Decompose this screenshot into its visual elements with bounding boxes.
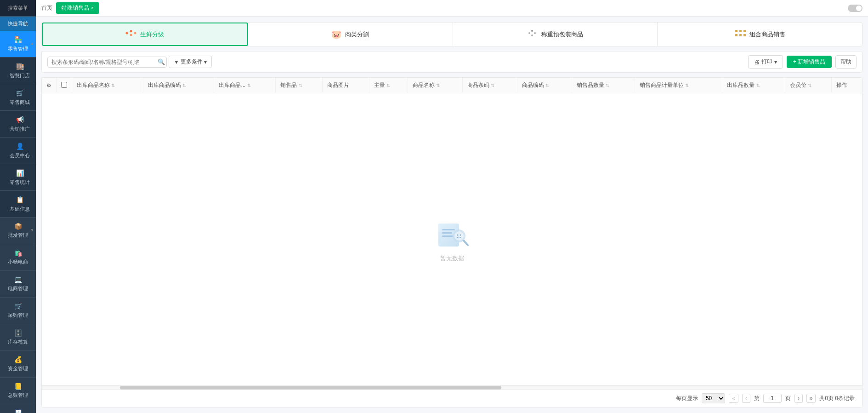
sidebar-item-mini-ecom[interactable]: 🛍️ 小畅电商 xyxy=(0,244,36,271)
th-member-price[interactable]: 会员价 ⇅ xyxy=(785,78,832,93)
th-sales-item-label: 销售品 xyxy=(280,82,297,88)
retail-mall-label: 零售商城 xyxy=(10,99,30,106)
th-goods-code[interactable]: 商品编码 ⇅ xyxy=(517,78,572,93)
wholesale-arrow: ▼ xyxy=(30,228,34,233)
cat-tab-weigh-pack[interactable]: 称重预包装商品 xyxy=(453,23,658,46)
horizontal-scrollbar[interactable] xyxy=(42,385,862,389)
th-main-qty[interactable]: 主量 ⇅ xyxy=(369,78,408,93)
inventory-label: 库存核算 xyxy=(8,338,28,345)
th-out-code[interactable]: 出库商品编码 ⇅ xyxy=(143,78,214,93)
th-sales-item[interactable]: 销售品 ⇅ xyxy=(276,78,322,93)
sidebar-item-inventory[interactable]: 🗄️ 库存核算 xyxy=(0,324,36,351)
sort-main-qty: ⇅ xyxy=(386,83,390,88)
cat-tab-combo[interactable]: 组合商品销售 xyxy=(658,23,862,46)
sidebar-item-invoice[interactable]: 🧾 发票管理 xyxy=(0,404,36,413)
ecom-mgmt-icon: 💻 xyxy=(14,275,22,285)
pagination: 每页显示 50 10 20 100 « ‹ 第 页 › xyxy=(42,389,862,407)
scrollbar-thumb[interactable] xyxy=(120,386,501,390)
invoice-icon: 🧾 xyxy=(14,409,22,413)
search-input[interactable] xyxy=(47,57,167,68)
close-tab-icon[interactable]: × xyxy=(91,6,94,11)
empty-icon xyxy=(434,217,471,249)
th-goods-name[interactable]: 商品名称 ⇅ xyxy=(408,78,462,93)
th-image[interactable]: 商品图片 xyxy=(322,78,369,93)
th-out-name[interactable]: 出库商品名称 ⇅ xyxy=(72,78,143,93)
cat-tab-fresh-grade[interactable]: 生鲜分级 xyxy=(42,23,248,46)
general-ledger-icon: 📒 xyxy=(14,382,22,391)
svg-point-1 xyxy=(126,32,128,34)
last-page-button[interactable]: » xyxy=(806,394,816,403)
next-page-button[interactable]: › xyxy=(794,394,803,403)
filter-icon: ▼ xyxy=(174,59,179,65)
sort-goods-code: ⇅ xyxy=(545,83,549,88)
prev-page-button[interactable]: ‹ xyxy=(742,394,750,403)
meat-cut-label: 肉类分割 xyxy=(345,30,369,39)
sidebar-item-retail-stats[interactable]: 📊 零售统计 xyxy=(0,164,36,191)
svg-rect-11 xyxy=(743,30,746,32)
th-out-code-label: 出库商品编码 xyxy=(148,82,181,88)
th-checkbox[interactable] xyxy=(57,78,72,93)
sort-out-name: ⇅ xyxy=(111,83,115,88)
retail-stats-icon: 📊 xyxy=(16,169,24,178)
mini-ecom-icon: 🛍️ xyxy=(14,249,22,258)
sidebar-item-wholesale-mgmt[interactable]: 📦 批发管理 ▼ xyxy=(0,218,36,244)
retail-mall-icon: 🛒 xyxy=(16,89,24,98)
first-page-button[interactable]: « xyxy=(729,394,738,403)
member-center-label: 会员中心 xyxy=(10,152,30,159)
select-all-checkbox[interactable] xyxy=(61,82,67,88)
svg-point-21 xyxy=(454,231,464,241)
page-number-input[interactable] xyxy=(763,394,782,403)
active-tab[interactable]: 特殊销售品 × xyxy=(56,2,99,14)
sort-out-spec: ⇅ xyxy=(247,83,251,88)
sidebar-item-purchase-mgmt[interactable]: 🛒 采购管理 xyxy=(0,298,36,324)
sales-promo-label: 营销推广 xyxy=(10,126,30,132)
th-sales-qty[interactable]: 销售品数量 ⇅ xyxy=(572,78,635,93)
search-button[interactable]: 🔍 xyxy=(158,58,165,65)
theme-toggle[interactable] xyxy=(848,5,862,12)
sidebar-item-retail-mgmt[interactable]: 🏪 零售管理 ▲ xyxy=(0,31,36,57)
help-button[interactable]: 帮助 xyxy=(835,55,857,69)
th-action: 操作 xyxy=(832,78,862,93)
purchase-mgmt-icon: 🛒 xyxy=(14,302,22,311)
print-label: 打印 xyxy=(761,58,772,66)
th-out-name-label: 出库商品名称 xyxy=(77,82,110,88)
filter-button[interactable]: ▼ 更多条件 ▾ xyxy=(169,56,212,68)
cat-tab-meat-cut[interactable]: 🐷 肉类分割 xyxy=(248,23,453,46)
sidebar-item-ecom-mgmt[interactable]: 💻 电商管理 xyxy=(0,271,36,298)
sidebar-item-general-ledger[interactable]: 📒 总账管理 xyxy=(0,378,36,404)
svg-rect-13 xyxy=(739,34,742,36)
weigh-pack-label: 称重预包装商品 xyxy=(541,30,583,39)
general-ledger-label: 总账管理 xyxy=(8,392,28,399)
sidebar-item-quick-nav[interactable]: 快捷导航 xyxy=(0,17,36,31)
sidebar-item-finance[interactable]: 💰 资金管理 xyxy=(0,351,36,378)
th-sales-unit[interactable]: 销售商品计量单位 ⇅ xyxy=(635,78,722,93)
add-sales-item-button[interactable]: + 新增销售品 xyxy=(787,56,832,68)
print-icon: 🖨 xyxy=(754,59,760,65)
th-sales-unit-label: 销售商品计量单位 xyxy=(640,82,684,88)
sidebar-item-retail-mall[interactable]: 🛒 零售商城 xyxy=(0,84,36,111)
retail-mgmt-icon: 🏪 xyxy=(14,35,22,45)
th-goods-code-label: 商品编码 xyxy=(522,82,544,88)
filter-label: 更多条件 xyxy=(181,58,203,66)
last-page-icon: » xyxy=(810,395,813,402)
sidebar-item-member-center[interactable]: 👤 会员中心 xyxy=(0,138,36,164)
th-settings[interactable]: ⚙ xyxy=(42,78,57,93)
svg-rect-14 xyxy=(743,34,746,36)
page-suffix: 页 xyxy=(785,395,791,402)
per-page-select[interactable]: 50 10 20 100 xyxy=(702,393,725,403)
th-out-spec[interactable]: 出库商品... ⇅ xyxy=(214,78,276,93)
print-button[interactable]: 🖨 打印 ▾ xyxy=(748,55,783,69)
sidebar-item-sales-promo[interactable]: 📢 营销推广 xyxy=(0,111,36,138)
sidebar-item-smart-store[interactable]: 🏬 智慧门店 xyxy=(0,57,36,84)
add-label: + 新增销售品 xyxy=(793,58,825,66)
retail-mgmt-arrow: ▲ xyxy=(30,41,34,46)
th-out-qty[interactable]: 出库品数量 ⇅ xyxy=(722,78,785,93)
th-barcode[interactable]: 商品条码 ⇅ xyxy=(462,78,517,93)
total-label: 共0页 0条记录 xyxy=(819,395,855,402)
quick-nav-label: 快捷导航 xyxy=(8,21,28,26)
table-container: ⚙ 出库商品名称 ⇅ 出库商品编码 ⇅ 出库商品 xyxy=(41,77,862,407)
empty-text: 暂无数据 xyxy=(440,254,464,263)
sort-sales-item: ⇅ xyxy=(299,83,302,88)
sidebar-item-basic-info[interactable]: 📋 基础信息 xyxy=(0,191,36,218)
svg-point-5 xyxy=(528,32,530,34)
